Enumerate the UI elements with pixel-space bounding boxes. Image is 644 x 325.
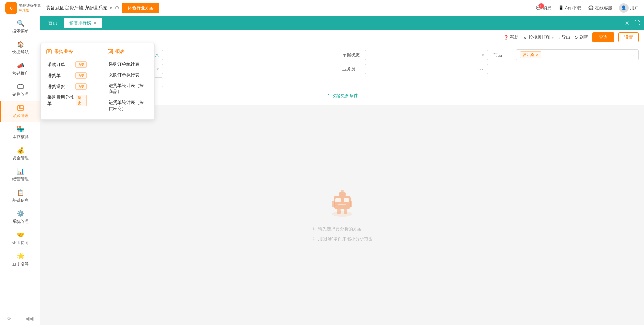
svg-rect-25 xyxy=(109,52,110,53)
system-title-area: 装备及固定资产辅助管理系统 ▾ ⚙ 体验行业方案 xyxy=(46,3,536,13)
dropdown-item-inbound-stats-supplier[interactable]: 进货单统计表（按供应商） xyxy=(107,97,149,114)
sidebar-label-quick: 快捷导航 xyxy=(12,49,29,55)
product-more-dots[interactable]: ··· xyxy=(629,52,635,57)
refresh-icon: ↻ xyxy=(574,35,578,40)
sidebar-item-operation[interactable]: 📊 经营管理 xyxy=(0,164,40,186)
export-btn[interactable]: ↓ 导出 xyxy=(558,34,571,40)
user-menu[interactable]: 👤 用户 xyxy=(619,3,639,13)
product-input[interactable]: 设计桑 ✕ ··· xyxy=(516,49,639,60)
tab-close-icon[interactable]: ✕ xyxy=(93,21,97,25)
print-label: 按模板打印 xyxy=(529,34,550,40)
svg-rect-12 xyxy=(344,198,349,202)
message-btn[interactable]: 💬 6 消息 xyxy=(536,5,551,11)
inbound-stats-supplier-label: 进货单统计表（按供应商） xyxy=(109,99,148,112)
product-tag: 设计桑 ✕ xyxy=(520,51,541,58)
message-count: 6 xyxy=(539,3,544,9)
dropdown-item-return[interactable]: 进货退货 历史 xyxy=(46,81,88,92)
sidebar-bottom: ⚙ ◀◀ xyxy=(0,312,40,325)
salesman-input[interactable]: ··· xyxy=(365,64,488,74)
dropdown-item-inbound-stats-product[interactable]: 进货单统计表（按商品） xyxy=(107,80,149,97)
sidebar-item-quick[interactable]: 🏠 快捷导航 xyxy=(0,37,40,58)
collapse-sidebar-icon[interactable]: ◀◀ xyxy=(25,315,33,322)
refresh-btn[interactable]: ↻ 刷新 xyxy=(574,34,588,40)
dropdown-item-order-stats[interactable]: 采购订单统计表 xyxy=(107,59,149,70)
settings-bottom-icon[interactable]: ⚙ xyxy=(7,315,11,322)
avatar-icon: 👤 xyxy=(621,5,627,10)
print-icon: 🖨 xyxy=(523,35,527,40)
product-tag-close[interactable]: ✕ xyxy=(536,53,539,57)
dropdown-item-purchase-order[interactable]: 采购订单 历史 xyxy=(46,59,88,70)
collapse-arrow-icon: ⌃ xyxy=(327,93,330,98)
sidebar-item-enterprise[interactable]: 🤝 企业协同 xyxy=(0,228,40,249)
operation-icon: 📊 xyxy=(17,168,24,175)
inbound-label: 进货单 xyxy=(47,73,61,79)
sidebar-label-operation: 经营管理 xyxy=(12,176,29,182)
logo-text-block: 畅捷通好生意 标准版 xyxy=(19,3,41,12)
print-dropdown-icon: ▾ xyxy=(552,35,554,40)
expense-history[interactable]: 历史 xyxy=(76,95,86,106)
dropdown-item-expense[interactable]: 采购费用分摊单 历史 xyxy=(46,92,88,109)
svg-rect-5 xyxy=(18,105,23,111)
refresh-label: 刷新 xyxy=(579,34,588,40)
online-service-label: 在线客服 xyxy=(595,5,612,11)
salesman-dots[interactable]: ··· xyxy=(478,67,484,72)
tab-home[interactable]: 首页 xyxy=(43,18,63,28)
notification-badge: 💬 6 xyxy=(536,5,541,10)
svg-rect-27 xyxy=(111,50,112,53)
sidebar-label-inventory: 库存核算 xyxy=(12,134,29,140)
order-stats-label: 采购订单统计表 xyxy=(109,61,139,67)
sidebar-item-marketing[interactable]: 📣 营销推广 xyxy=(0,58,40,80)
empty-text: ① 请先选择要分析的方案 ② 用[过滤]条件来缩小分析范围 xyxy=(312,225,373,245)
sidebar-item-system[interactable]: ⚙️ 系统管理 xyxy=(0,207,40,228)
purchase-order-history[interactable]: 历史 xyxy=(75,61,87,68)
dropdown-arrow-icon[interactable]: ▾ xyxy=(110,5,112,11)
doc-status-filter: 单据状态 ▾ xyxy=(342,50,488,60)
sidebar-item-guide[interactable]: 🌟 新手引导 xyxy=(0,249,40,270)
logo: 6 畅捷通好生意 标准版 xyxy=(5,2,46,14)
svg-rect-18 xyxy=(337,209,341,214)
purchase-order-label: 采购订单 xyxy=(47,62,65,68)
order-exec-label: 采购订单执行表 xyxy=(109,72,139,78)
print-btn[interactable]: 🖨 按模板打印 ▾ xyxy=(523,34,554,40)
sidebar-item-basic[interactable]: 📋 基础信息 xyxy=(0,186,40,207)
sidebar-label-marketing: 营销推广 xyxy=(12,71,29,76)
collapse-btn[interactable]: ⌃ 收起更多条件 xyxy=(325,91,360,101)
tab-home-label: 首页 xyxy=(48,20,57,26)
sidebar-item-inventory[interactable]: 🏪 库存核算 xyxy=(0,122,40,143)
empty-state: ① 请先选择要分析的方案 ② 用[过滤]条件来缩小分析范围 xyxy=(40,105,644,325)
help-btn[interactable]: ❓ 帮助 xyxy=(503,34,519,40)
sidebar-item-purchase[interactable]: 采购管理 xyxy=(0,101,40,122)
report-section-label: 报表 xyxy=(115,49,125,55)
online-service-btn[interactable]: 🎧 在线客服 xyxy=(588,5,612,11)
svg-rect-11 xyxy=(335,198,341,202)
hint-num-1: ① xyxy=(312,225,315,233)
product-tag-text: 设计桑 xyxy=(522,52,534,58)
svg-point-9 xyxy=(332,211,352,217)
svg-rect-13 xyxy=(338,204,346,205)
salesman-label: 业务员 xyxy=(342,66,362,72)
tab-expand-icon[interactable]: ⛶ xyxy=(633,18,641,27)
gear-icon[interactable]: ⚙ xyxy=(115,5,119,11)
app-download-btn[interactable]: 📱 App下载 xyxy=(558,5,581,11)
sidebar: 🔍 搜索菜单 🏠 快捷导航 📣 营销推广 销售管理 xyxy=(0,16,40,325)
headset-icon: 🎧 xyxy=(588,5,594,10)
return-label: 进货退货 xyxy=(47,84,65,90)
enterprise-icon: 🤝 xyxy=(17,231,24,239)
report-section-title: 报表 xyxy=(107,49,149,55)
settings-btn[interactable]: 设置 xyxy=(618,32,639,42)
sidebar-item-finance[interactable]: 💰 资金管理 xyxy=(0,143,40,164)
dropdown-item-inbound[interactable]: 进货单 历史 xyxy=(46,70,88,81)
query-btn[interactable]: 查询 xyxy=(592,32,614,42)
return-history[interactable]: 历史 xyxy=(75,83,87,90)
svg-rect-2 xyxy=(18,85,23,89)
sidebar-item-sales[interactable]: 销售管理 xyxy=(0,80,40,101)
industry-btn[interactable]: 体验行业方案 xyxy=(122,3,159,13)
sidebar-item-search[interactable]: 🔍 搜索菜单 xyxy=(0,16,40,37)
product-label: 商品 xyxy=(493,52,513,58)
inbound-history[interactable]: 历史 xyxy=(75,72,87,79)
tab-sales-rank[interactable]: 销售排行榜 ✕ xyxy=(64,18,102,28)
tab-close-all-icon[interactable]: ✕ xyxy=(623,18,631,28)
collapse-label: 收起更多条件 xyxy=(332,93,358,99)
dropdown-item-order-exec[interactable]: 采购订单执行表 xyxy=(107,70,149,80)
doc-status-input[interactable]: ▾ xyxy=(365,50,488,60)
